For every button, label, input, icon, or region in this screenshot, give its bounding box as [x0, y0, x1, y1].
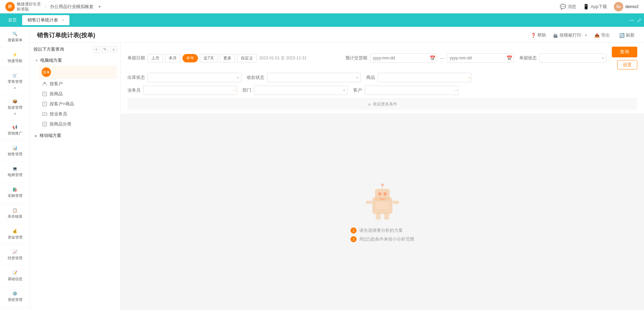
- tab-active[interactable]: 销售订单统计表 ×: [22, 15, 69, 25]
- customer-more-icon[interactable]: ···: [455, 88, 458, 93]
- tree-item-by-category[interactable]: 按商品分类: [39, 119, 117, 129]
- sidebar-item-enterprise[interactable]: 🤝 企业协同: [0, 307, 30, 310]
- help-button[interactable]: ❓ 帮助: [528, 31, 549, 40]
- sidebar-item-purchase[interactable]: 🛍️ 采购管理: [0, 183, 30, 203]
- svg-rect-4: [43, 102, 47, 106]
- sidebar-item-operations[interactable]: 📈 经营管理: [0, 245, 30, 266]
- tree-item-by-product[interactable]: 按商品: [39, 89, 117, 99]
- marketing-icon: 📢: [12, 125, 17, 130]
- sidebar-item-marketing[interactable]: 📢 营销推广: [0, 120, 30, 141]
- goods-input-wrapper: ···: [378, 73, 472, 82]
- tree-item-by-customer-product[interactable]: 按客户+商品: [39, 99, 117, 109]
- top-bar-right: 💬 消息 📱 App下载 Ea demo2: [560, 2, 639, 11]
- sidebar-item-inventory[interactable]: 📋 库存核算: [0, 203, 30, 224]
- status-label: 单据状态: [519, 55, 537, 61]
- collapse-panel-button[interactable]: «: [110, 46, 117, 53]
- tab-home[interactable]: 首页: [3, 15, 22, 25]
- panel-header-actions: + ✎ «: [93, 46, 117, 53]
- split-layout: 按以下方案查询 + ✎ «: [30, 43, 644, 310]
- filter-ship-status-item: 出库状态 ▼: [127, 73, 241, 82]
- export-button[interactable]: 📤 导出: [592, 31, 612, 40]
- tree-parent-pc[interactable]: ▼ 电脑端方案: [34, 55, 117, 65]
- expected-date-to-input[interactable]: [447, 54, 505, 62]
- sidebar: 🔍 搜索菜单 ⚡ 快捷导航 🛒 零售管理 ▲ 📦 批发管理 ▲ 📢 营销推广 📊…: [0, 27, 30, 310]
- refresh-button[interactable]: 🔄 刷新: [616, 31, 637, 40]
- salesperson-label: 业务员: [127, 87, 141, 93]
- tree-item-by-customer[interactable]: 按客户: [39, 79, 117, 89]
- customer-product-scheme-icon: [42, 101, 48, 107]
- svg-point-17: [381, 184, 384, 186]
- mobile-section-label: 移动端方案: [40, 133, 61, 139]
- user-area[interactable]: Ea demo2: [614, 2, 639, 11]
- tab-bar-right: — ⤢: [629, 17, 641, 23]
- status-select[interactable]: [539, 53, 606, 63]
- tree-children-pc: 按单 按客户 按商品: [34, 65, 117, 129]
- customer-input[interactable]: [365, 86, 455, 95]
- sidebar-item-retail[interactable]: 🛒 零售管理 ▲: [0, 68, 30, 94]
- filter-department-item: 部门 ▼: [243, 86, 348, 95]
- sales-icon: 📊: [12, 146, 17, 150]
- salesperson-input[interactable]: [144, 86, 233, 95]
- tree-item-by-order[interactable]: 按单: [39, 65, 117, 79]
- tab-minimize-icon[interactable]: —: [629, 17, 634, 23]
- calendar-from-icon: 📅: [428, 55, 437, 61]
- tab-maximize-icon[interactable]: ⤢: [637, 17, 641, 23]
- empty-hint-1: 1 请先选择要分析的方案: [351, 227, 414, 234]
- date-btn-this-year[interactable]: 本年: [182, 54, 198, 62]
- department-select[interactable]: [254, 86, 348, 95]
- filter-salesperson-item: 业务员 ···: [127, 86, 237, 95]
- message-action[interactable]: 💬 消息: [560, 4, 576, 10]
- left-panel: 按以下方案查询 + ✎ «: [30, 43, 121, 310]
- date-btn-custom[interactable]: 自定义: [237, 54, 257, 62]
- svg-rect-1: [43, 92, 47, 96]
- page-header: 销售订单统计表(按单) ❓ 帮助 🖨️ 按模板打印 ▼ 📤: [30, 27, 644, 43]
- hint-num-2: 2: [351, 236, 357, 242]
- customer-label: 客户: [353, 87, 362, 93]
- date-btn-more[interactable]: 更多: [220, 54, 235, 62]
- date-btn-last-month[interactable]: 上月: [148, 54, 163, 62]
- tree-parent-mobile[interactable]: ▶ 移动端方案: [34, 131, 117, 141]
- template-print-button[interactable]: 🖨️ 按模板打印: [553, 31, 581, 40]
- expected-date-label: 预计交货期: [345, 55, 367, 61]
- sidebar-item-finance[interactable]: 💰 资金管理: [0, 224, 30, 245]
- expected-date-from-input[interactable]: [370, 54, 428, 62]
- sidebar-item-basic[interactable]: 📝 基础信息: [0, 266, 30, 287]
- active-scheme-icon: 按单: [42, 67, 51, 77]
- sidebar-item-ecommerce[interactable]: 💻 电商管理: [0, 162, 30, 183]
- sidebar-item-wholesale[interactable]: 📦 批发管理 ▲: [0, 94, 30, 120]
- system-icon: ⚙️: [12, 291, 17, 296]
- template-print-group: 🖨️ 按模板打印 ▼: [553, 31, 588, 40]
- filter-expected-date-item: 预计交货期 📅 — 📅: [345, 53, 514, 63]
- top-bar-left: 好 畅捷通好生意 标准版 | 办公用品行业模拟账套 ▼: [5, 2, 101, 11]
- collapse-bar[interactable]: ∧ 收起更多条件: [127, 98, 637, 110]
- customer-scheme-icon: [42, 81, 48, 87]
- payment-status-label: 收款状态: [247, 74, 264, 81]
- goods-input[interactable]: [378, 73, 468, 82]
- sidebar-item-search[interactable]: 🔍 搜索菜单: [0, 27, 30, 48]
- payment-status-select[interactable]: [267, 73, 361, 82]
- svg-point-15: [383, 192, 387, 196]
- svg-rect-22: [376, 202, 388, 209]
- ship-status-select[interactable]: [148, 73, 241, 82]
- salesperson-more-icon[interactable]: ···: [233, 88, 237, 93]
- date-range-display: 2023-01-01 至 2023-12-31: [259, 55, 307, 61]
- settings-button[interactable]: 设置: [617, 60, 637, 69]
- tree-item-by-salesperson[interactable]: 按业务员: [39, 109, 117, 119]
- print-dropdown-button[interactable]: ▼: [583, 34, 588, 37]
- pc-section-label: 电脑端方案: [40, 57, 62, 63]
- add-scheme-button[interactable]: +: [93, 46, 100, 53]
- tab-close-icon[interactable]: ×: [62, 18, 64, 22]
- breadcrumb-dropdown-icon[interactable]: ▼: [98, 5, 101, 9]
- query-button[interactable]: 查询: [612, 47, 637, 57]
- operations-icon: 📈: [12, 250, 17, 254]
- ship-status-label: 出库状态: [127, 74, 145, 81]
- app-download-action[interactable]: 📱 App下载: [583, 4, 607, 10]
- sidebar-item-sales[interactable]: 📊 销售管理: [0, 141, 30, 162]
- date-btn-this-month[interactable]: 本月: [165, 54, 180, 62]
- goods-more-icon[interactable]: ···: [468, 75, 471, 80]
- sidebar-item-system[interactable]: ⚙️ 系统管理: [0, 287, 30, 307]
- basic-icon: 📝: [12, 270, 17, 275]
- sidebar-item-quick-nav[interactable]: ⚡ 快捷导航: [0, 48, 30, 68]
- date-btn-7days[interactable]: 近7天: [200, 54, 218, 62]
- edit-scheme-button[interactable]: ✎: [102, 46, 108, 53]
